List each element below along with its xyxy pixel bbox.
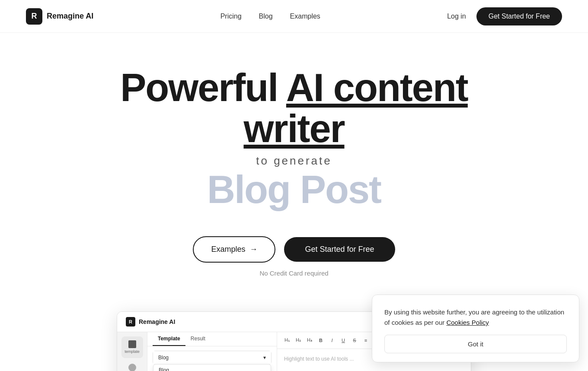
- hero-subtitle: to generate: [256, 154, 332, 168]
- nav-right: Log in Get Started for Free: [447, 7, 562, 25]
- sidebar-template-item[interactable]: template: [121, 336, 143, 358]
- nav-links: Pricing Blog Examples: [220, 13, 320, 20]
- toolbar-bold[interactable]: B: [316, 336, 326, 345]
- hero-title-part1: Powerful: [120, 66, 278, 109]
- toolbar-h3[interactable]: H₃: [305, 336, 314, 345]
- toolbar-italic[interactable]: I: [327, 336, 337, 345]
- nav-link-examples[interactable]: Examples: [290, 13, 320, 20]
- hero-title-underline: AI content writer: [243, 66, 467, 150]
- navigation: R Remagine AI Pricing Blog Examples Log …: [0, 0, 588, 33]
- dropdown-area: Blog ▾ Blog Advertisement Social Post Em…: [147, 346, 277, 369]
- sidebar-template-label: template: [125, 349, 140, 354]
- arrow-right-icon: →: [249, 245, 257, 254]
- nav-cta-button[interactable]: Get Started for Free: [476, 7, 562, 25]
- got-it-button[interactable]: Got it: [384, 335, 567, 353]
- toolbar-align[interactable]: ≡: [361, 336, 371, 345]
- logo-text: Remagine AI: [47, 12, 93, 21]
- cookies-policy-link[interactable]: Cookies Policy: [446, 319, 489, 326]
- toolbar-strikethrough[interactable]: S: [350, 336, 359, 345]
- cookie-text: By using this website further, you are a…: [384, 307, 567, 328]
- chat-icon: [128, 364, 136, 371]
- dropdown-item-blog[interactable]: Blog: [153, 365, 271, 371]
- preview-left-panel: Template Result Blog ▾ Blog Advertisemen…: [147, 332, 277, 371]
- chevron-down-icon: ▾: [263, 355, 266, 361]
- hero-buttons: Examples → Get Started for Free: [193, 236, 395, 263]
- hero-section: Powerful AI content writer to generate B…: [0, 33, 588, 294]
- logo-icon: R: [26, 8, 42, 25]
- sidebar-chat-item[interactable]: Chat: [121, 360, 143, 371]
- tab-template[interactable]: Template: [153, 332, 185, 346]
- nav-link-blog[interactable]: Blog: [259, 13, 273, 20]
- hero-dynamic-text: Blog Post: [207, 169, 381, 210]
- dropdown-list: Blog Advertisement Social Post Email: [153, 364, 271, 371]
- template-icon: [128, 340, 136, 348]
- preview-logo-icon: R: [126, 317, 135, 327]
- examples-button[interactable]: Examples →: [193, 236, 275, 263]
- preview-logo: R Remagine AI: [126, 317, 175, 327]
- type-dropdown[interactable]: Blog ▾ Blog Advertisement Social Post Em…: [153, 351, 272, 365]
- toolbar-underline[interactable]: U: [339, 336, 348, 345]
- preview-tabs: Template Result: [147, 332, 277, 346]
- no-credit-card-text: No Credit Card required: [259, 270, 328, 277]
- cookie-banner: By using this website further, you are a…: [372, 295, 579, 362]
- hero-title: Powerful AI content writer: [120, 67, 468, 149]
- preview-sidebar: template Chat: [117, 332, 147, 371]
- dropdown-header: Blog ▾: [153, 351, 271, 364]
- tab-result[interactable]: Result: [185, 332, 211, 346]
- toolbar-h2[interactable]: H₂: [294, 336, 303, 345]
- logo-link[interactable]: R Remagine AI: [26, 8, 93, 25]
- toolbar-h1[interactable]: H₁: [282, 336, 292, 345]
- login-link[interactable]: Log in: [447, 13, 466, 20]
- nav-link-pricing[interactable]: Pricing: [220, 13, 242, 20]
- get-started-button[interactable]: Get Started for Free: [284, 237, 395, 262]
